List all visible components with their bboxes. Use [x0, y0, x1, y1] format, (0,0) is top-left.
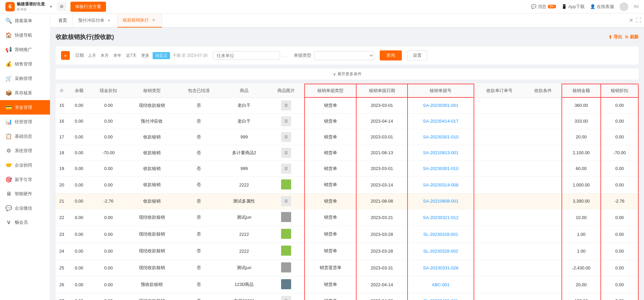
- cell-product: 2222: [220, 176, 268, 193]
- sidebar-item-system[interactable]: ⚙ 系统管理: [0, 143, 50, 158]
- gear-button[interactable]: ⚙: [57, 2, 66, 11]
- cell-voucher-date: 2023-03-01: [356, 129, 408, 145]
- cell-product-img: [268, 243, 305, 259]
- sidebar-item-base[interactable]: 📋 基础信息: [0, 129, 50, 143]
- cell-payment-terms: [525, 161, 561, 176]
- sidebar-item-marketing[interactable]: 📢 营销推广: [0, 42, 50, 57]
- cell-cash-discount: 0.00: [90, 293, 127, 300]
- sidebar-item-hardware[interactable]: 🖥 智能硬件: [0, 187, 50, 201]
- settings-button[interactable]: 设置: [407, 50, 427, 60]
- cell-payment-terms: [525, 293, 561, 300]
- cell-product: 999: [220, 129, 268, 145]
- cell-cash-discount: 0.00: [90, 226, 127, 243]
- cell-product: 999: [220, 161, 268, 176]
- cell-receipt-order: [474, 129, 525, 145]
- sidebar-item-inventory[interactable]: 📦 库存核算: [0, 86, 50, 100]
- date-btn-last-month[interactable]: 上月: [87, 52, 97, 59]
- dropdown-arrow-icon[interactable]: ▼: [49, 4, 53, 9]
- main-layout: 🔍 搜索菜单 🏠 快捷导航 📢 营销推广 💰 销售管理 🛒 采购管理 📦 库存核…: [0, 13, 644, 300]
- tab-prepay-close-icon[interactable]: ✕: [106, 18, 112, 23]
- voucher-no-link[interactable]: SA-20230414-017: [423, 119, 459, 124]
- sidebar-item-purchase[interactable]: 🛒 采购管理: [0, 71, 50, 86]
- industry-button[interactable]: 体验行业方案: [70, 2, 106, 12]
- cell-voucher-no: SA-20210813-001: [408, 145, 474, 161]
- voucher-no-link[interactable]: SA-20210808-001: [423, 199, 459, 204]
- voucher-no-link[interactable]: SL-20230328-001: [423, 232, 458, 237]
- voucher-no-link[interactable]: ABC-001: [432, 282, 450, 287]
- close-window-icon[interactable]: ✕: [629, 17, 633, 24]
- voucher-no-link[interactable]: SA-20230301-010: [423, 134, 459, 139]
- expand-button[interactable]: ∨ 展开更多条件: [333, 71, 362, 77]
- cell-id: 19: [56, 161, 68, 176]
- cell-cash-discount: 0.00: [90, 176, 127, 193]
- query-button[interactable]: 查询: [380, 50, 402, 60]
- cell-voucher-no: SA-20230314-008: [408, 176, 474, 193]
- sidebar-label-funds: 资金管理: [15, 104, 32, 111]
- partner-input[interactable]: [213, 51, 280, 60]
- product-image: [281, 262, 291, 272]
- member-icon: V: [5, 220, 12, 225]
- tab-receipt-close-icon[interactable]: ✕: [151, 17, 156, 23]
- sidebar-item-quick[interactable]: 🏠 快捷导航: [0, 28, 50, 42]
- date-btn-7days[interactable]: 近7天: [125, 52, 138, 59]
- tab-prepay-label: 预付冲应付单: [78, 17, 104, 24]
- product-image: [281, 179, 291, 189]
- cell-verify-amount: 1,000.00: [562, 176, 601, 193]
- date-btn-this-year[interactable]: 本年: [112, 52, 123, 59]
- sidebar-item-sales[interactable]: 💰 销售管理: [0, 57, 50, 71]
- voucher-no-link[interactable]: SA-20230321-012: [423, 215, 459, 220]
- maximize-icon[interactable]: ⛶: [636, 17, 641, 24]
- cell-voucher-no: SA-20230414-017: [408, 113, 474, 129]
- voucher-no-link[interactable]: SA-20230331-026: [423, 265, 459, 270]
- sidebar-item-operations[interactable]: 📊 经营管理: [0, 115, 50, 129]
- cell-product-img: 🖼: [268, 113, 305, 129]
- voucher-type-select[interactable]: [314, 51, 374, 60]
- sidebar-item-collab[interactable]: 🤝 企业协同: [0, 158, 50, 172]
- date-btn-this-month[interactable]: 本月: [99, 52, 110, 59]
- voucher-no-link[interactable]: SL-20230328-002: [423, 249, 458, 254]
- cell-voucher-date: 2021-08-13: [356, 145, 408, 161]
- export-button[interactable]: ⬆ 导出: [608, 34, 622, 40]
- chevron-down-icon: ∨: [333, 72, 336, 77]
- column-settings-icon[interactable]: ⚙: [60, 88, 64, 93]
- online-service-button[interactable]: 👤 在线客服: [590, 4, 614, 10]
- date-btn-more[interactable]: 更多: [140, 52, 151, 59]
- cell-product: 123D商品: [220, 276, 268, 293]
- cell-product-img: 🖼: [268, 97, 305, 113]
- cell-receipt-order: [474, 209, 525, 226]
- voucher-no-link[interactable]: SA-20210813-001: [423, 150, 459, 155]
- tab-home[interactable]: 首页: [53, 13, 73, 28]
- cell-payment-terms: [525, 176, 561, 193]
- sidebar-item-guide[interactable]: 🎯 新手引导: [0, 172, 50, 187]
- tab-receipt[interactable]: 收款核销执行 ✕: [117, 13, 162, 28]
- app-download-button[interactable]: 📱 App下载: [561, 4, 585, 10]
- sidebar-item-search[interactable]: 🔍 搜索菜单: [0, 13, 50, 28]
- tab-prepay[interactable]: 预付冲应付单 ✕: [73, 13, 117, 28]
- cell-balance: 0.00: [68, 176, 90, 193]
- voucher-no-link[interactable]: SA-20230314-008: [423, 182, 459, 187]
- cell-cash-discount: 0.00: [90, 259, 127, 276]
- message-button[interactable]: 💬 消息 99+: [531, 4, 556, 10]
- voucher-no-link[interactable]: SA-20230301-010: [423, 166, 459, 171]
- date-btn-custom[interactable]: 自定义: [153, 52, 170, 59]
- cell-cash-discount: 0.00: [90, 276, 127, 293]
- sidebar-item-wechat[interactable]: 💬 企业微信: [0, 201, 50, 215]
- voucher-no-link[interactable]: SL-20230408-001: [423, 298, 458, 300]
- user-avatar[interactable]: [620, 2, 628, 11]
- table-row: 19 0.00 0.00 收款核销 否 999 🖼 销货单 2023-03-01…: [56, 161, 638, 176]
- sidebar-label-marketing: 营销推广: [15, 47, 32, 53]
- cell-voucher-type: 销货单: [305, 176, 356, 193]
- refresh-button[interactable]: ↻ 刷新: [625, 34, 639, 40]
- box-icon: 📦: [5, 90, 12, 96]
- cell-product-img: 🖼: [268, 145, 305, 161]
- th-verify-amount: 核销金额: [562, 84, 601, 97]
- sidebar-label-purchase: 采购管理: [15, 76, 32, 82]
- cell-includes-cleared: 否: [177, 176, 220, 193]
- voucher-no-link[interactable]: SA-20230301-001: [423, 103, 459, 108]
- sidebar-item-member[interactable]: V 畅会员: [0, 215, 50, 229]
- clipboard-icon: 📋: [5, 133, 12, 139]
- filter-toggle-button[interactable]: »: [61, 51, 70, 60]
- cell-voucher-date: 2023-03-01: [356, 161, 408, 176]
- sidebar-label-inventory: 库存核算: [15, 90, 32, 96]
- sidebar-item-funds[interactable]: 💳 资金管理: [0, 100, 50, 115]
